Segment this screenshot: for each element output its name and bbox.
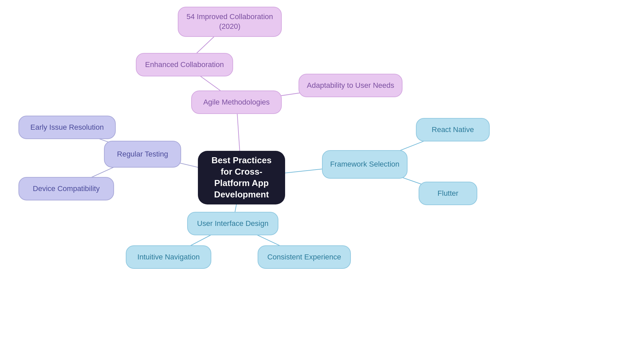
early-issue-label: Early Issue Resolution [31, 123, 104, 132]
intuitive-nav-node: Intuitive Navigation [126, 245, 211, 269]
regular-testing-label: Regular Testing [117, 149, 168, 159]
improved-collab-node: 54 Improved Collaboration (2020) [178, 7, 282, 37]
consistent-exp-node: Consistent Experience [258, 245, 351, 269]
center-node: Best Practices for Cross-Platform App De… [198, 151, 285, 204]
device-compat-node: Device Compatibility [18, 177, 114, 200]
react-native-node: React Native [416, 118, 490, 141]
agile-node: Agile Methodologies [191, 90, 282, 114]
enhanced-collab-node: Enhanced Collaboration [136, 53, 233, 76]
ui-design-label: User Interface Design [197, 219, 269, 229]
device-compat-label: Device Compatibility [33, 184, 100, 194]
framework-node: Framework Selection [322, 150, 408, 179]
flutter-node: Flutter [419, 182, 477, 205]
flutter-label: Flutter [437, 189, 458, 198]
ui-design-node: User Interface Design [187, 212, 278, 235]
intuitive-nav-label: Intuitive Navigation [138, 252, 200, 262]
adaptability-label: Adaptability to User Needs [307, 81, 394, 90]
early-issue-node: Early Issue Resolution [18, 116, 116, 139]
adaptability-node: Adaptability to User Needs [299, 74, 402, 97]
enhanced-collab-label: Enhanced Collaboration [145, 60, 224, 70]
react-native-label: React Native [432, 125, 474, 135]
improved-collab-label: 54 Improved Collaboration (2020) [185, 12, 274, 31]
agile-label: Agile Methodologies [203, 98, 270, 107]
regular-testing-node: Regular Testing [104, 141, 181, 168]
center-label: Best Practices for Cross-Platform App De… [205, 155, 278, 200]
consistent-exp-label: Consistent Experience [267, 252, 341, 262]
framework-label: Framework Selection [330, 160, 399, 169]
